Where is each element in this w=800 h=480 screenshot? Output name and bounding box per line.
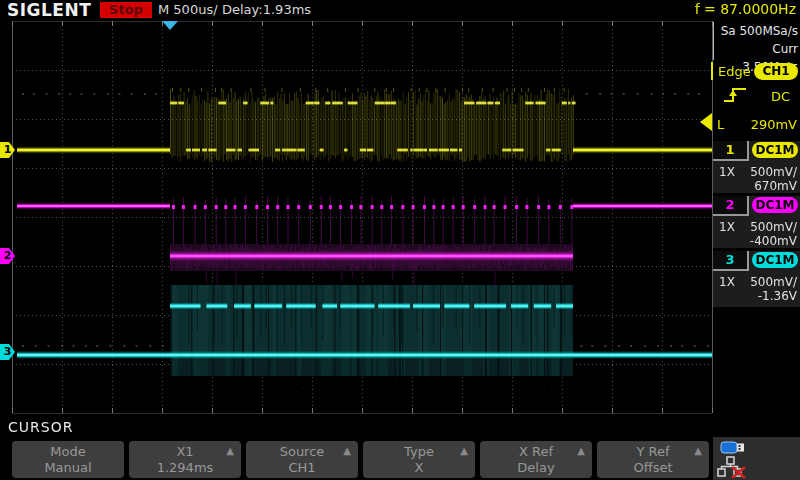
sample-rate-readout: Sa 500MSa/s [714, 22, 798, 40]
channel3-attenuation: 1X [719, 275, 735, 289]
softkey-label: Type [363, 444, 475, 459]
softkey-label: Source [246, 444, 358, 459]
softkey-value: CH1 [246, 460, 358, 475]
softkey-label: Mode [12, 444, 124, 459]
up-arrow-icon: ▲ [577, 445, 585, 456]
channel1-scale: 500mV/ [750, 165, 797, 179]
softkey-yref[interactable]: Y Ref Offset ▲ [597, 441, 709, 478]
softkey-label: X1 [129, 444, 241, 459]
timebase-readout: M 500us/ [158, 2, 218, 17]
softkey-xref[interactable]: X Ref Delay ▲ [480, 441, 592, 478]
channel2-offset: -400mV [750, 234, 797, 248]
softkey-value: Offset [597, 460, 709, 475]
channel1-coupling-badge[interactable]: DC1M [752, 142, 798, 158]
waveform-display [0, 20, 713, 420]
softkey-x1[interactable]: X1 1.294ms ▲ [129, 441, 241, 478]
up-arrow-icon: ▲ [343, 445, 351, 456]
trigger-mode-label: Edge [718, 64, 751, 79]
softkey-value: 1.294ms [129, 460, 241, 475]
channel2-coupling-badge[interactable]: DC1M [752, 197, 798, 213]
softkey-mode[interactable]: Mode Manual [12, 441, 124, 478]
softkey-label: X Ref [480, 444, 592, 459]
channel2-scale: 500mV/ [750, 220, 797, 234]
channel3-number: 3 [713, 251, 749, 271]
up-arrow-icon: ▲ [460, 445, 468, 456]
trigger-level-value: 290mV [751, 117, 797, 132]
acquisition-info: Sa 500MSa/s Curr 3.50Mpts [713, 22, 800, 60]
channel2-number: 2 [713, 196, 749, 216]
channel2-attenuation: 1X [719, 220, 735, 234]
brand-logo: SIGLENT [7, 0, 91, 20]
status-icon-panel [713, 437, 800, 480]
channel1-attenuation: 1X [719, 165, 735, 179]
lan-disconnected-icon [717, 456, 747, 480]
channel3-scale: 500mV/ [750, 275, 797, 289]
trigger-level-label: L [717, 117, 724, 132]
channel2-info-box[interactable]: 2 DC1M 1X 500mV/ -400mV [713, 196, 800, 248]
up-arrow-icon: ▲ [226, 445, 234, 456]
channel1-number: 1 [713, 141, 749, 161]
trigger-coupling-label: DC [771, 89, 790, 104]
channel1-info-box[interactable]: 1 DC1M 1X 500mV/ 670mV [713, 141, 800, 193]
frequency-readout: f = 87.0000Hz [695, 1, 796, 17]
softkey-source[interactable]: Source CH1 ▲ [246, 441, 358, 478]
status-sidebar: Sa 500MSa/s Curr 3.50Mpts Edge CH1 DC L … [713, 20, 800, 437]
softkey-value: Manual [12, 460, 124, 475]
trigger-source-badge[interactable]: CH1 [754, 63, 798, 80]
softkey-label: Y Ref [597, 444, 709, 459]
run-state-button[interactable]: Stop [100, 2, 152, 18]
rising-edge-icon [722, 85, 748, 109]
oscilloscope-screen: SIGLENT Stop M 500us/ Delay:1.93ms f = 8… [0, 0, 800, 480]
up-arrow-icon: ▲ [694, 445, 702, 456]
menu-title: CURSOR [8, 419, 73, 435]
channel1-offset: 670mV [754, 179, 797, 193]
softkey-value: Delay [480, 460, 592, 475]
channel3-offset: -1.36V [758, 289, 797, 303]
trigger-info: Edge CH1 DC L 290mV [713, 62, 800, 138]
channel3-info-box[interactable]: 3 DC1M 1X 500mV/ -1.36V [713, 251, 800, 307]
softkey-type[interactable]: Type X ▲ [363, 441, 475, 478]
softkey-value: X [363, 460, 475, 475]
delay-readout: Delay:1.93ms [222, 2, 311, 17]
channel3-coupling-badge[interactable]: DC1M [752, 252, 798, 268]
